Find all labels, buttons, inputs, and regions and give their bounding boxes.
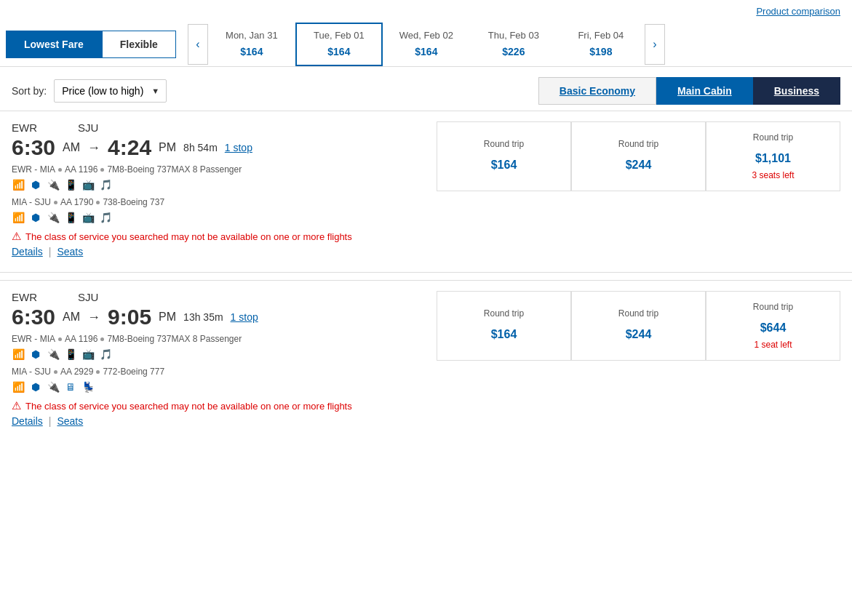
- flight-1-row: EWR SJU 6:30 AM → 4:24 PM 8h 54m 1 stop …: [12, 121, 840, 265]
- flight-2-business-label: Round trip: [753, 302, 793, 312]
- mobile-icon2: 📱: [64, 211, 77, 224]
- flight-2-warning: ⚠ The class of service you searched may …: [12, 399, 437, 412]
- flight-2-arrive-ampm: PM: [159, 311, 176, 324]
- date-feb02-price: $164: [415, 41, 437, 60]
- date-jan31[interactable]: Mon, Jan 31 $164: [208, 23, 295, 66]
- flight-1-from-code: EWR: [12, 121, 37, 134]
- date-feb02-label: Wed, Feb 02: [399, 30, 453, 41]
- music-icon: 🎵: [99, 178, 112, 191]
- tv-icon: 📺: [81, 178, 95, 191]
- flight-2-seg1-route: EWR - MIA: [12, 334, 55, 344]
- seat-icon: 💺: [81, 380, 95, 393]
- flight-2-airports: EWR SJU: [12, 291, 437, 303]
- flight-1-main-amount: $244: [626, 149, 652, 174]
- prev-date-button[interactable]: ‹: [188, 24, 208, 65]
- wifi-icon4: 📶: [12, 380, 25, 393]
- basic-economy-tab[interactable]: Basic Economy: [538, 77, 656, 105]
- music-icon3: 🎵: [99, 348, 112, 361]
- flight-2-prices: Round trip $164 Round trip $244 Round tr…: [437, 291, 840, 361]
- date-feb02[interactable]: Wed, Feb 02 $164: [383, 23, 470, 66]
- flight-2-arrow: →: [87, 310, 100, 325]
- flight-2-main-price[interactable]: Round trip $244: [571, 291, 706, 361]
- business-tab[interactable]: Business: [753, 77, 840, 105]
- date-navigation: ‹ Mon, Jan 31 $164 Tue, Feb 01 $164 Wed,…: [188, 23, 665, 66]
- flight-1-to-code: SJU: [78, 121, 98, 134]
- date-feb01[interactable]: Tue, Feb 01 $164: [295, 23, 383, 66]
- flight-1-seg1-flight: AA 1196: [65, 164, 97, 175]
- date-jan31-label: Mon, Jan 31: [226, 30, 278, 41]
- top-bar: Product comparison: [0, 0, 852, 23]
- date-feb01-label: Tue, Feb 01: [314, 30, 365, 41]
- flight-2-seats-left: 1 seat left: [754, 340, 792, 350]
- flexible-button[interactable]: Flexible: [102, 31, 176, 58]
- date-feb01-price: $164: [327, 41, 350, 60]
- flight-1-duration: 8h 54m: [183, 142, 218, 153]
- dot3: [54, 201, 57, 204]
- flight-1-basic-price[interactable]: Round trip $164: [437, 121, 571, 191]
- flight-1-basic-label: Round trip: [484, 139, 524, 149]
- flight-2-duration: 13h 35m: [183, 311, 223, 323]
- flight-1-stops[interactable]: 1 stop: [225, 142, 252, 153]
- flight-2-depart-time: 6:30: [12, 305, 55, 329]
- dot8: [96, 370, 100, 374]
- flight-2-seg1: EWR - MIA AA 1196 7M8-Boeing 737MAX 8 Pa…: [12, 334, 437, 344]
- flight-1-seg2: MIA - SJU AA 1790 738-Boeing 737: [12, 197, 437, 207]
- dot2: [100, 168, 104, 172]
- sort-select[interactable]: Price (low to high) Duration Departure t…: [54, 79, 167, 103]
- tv-icon2: 📺: [81, 211, 95, 224]
- next-date-button[interactable]: ›: [645, 24, 665, 65]
- usb-icon2: 🔌: [47, 211, 60, 224]
- flight-2-main-label: Round trip: [618, 308, 658, 319]
- flight-1-business-price[interactable]: Round trip $1,101 3 seats left: [706, 121, 840, 191]
- flight-2-from-code: EWR: [12, 291, 37, 303]
- fare-type-buttons: Lowest Fare Flexible: [6, 31, 176, 58]
- flight-2-warning-text: The class of service you searched may no…: [25, 401, 352, 412]
- flight-2-stops[interactable]: 1 stop: [231, 311, 258, 323]
- music-icon2: 🎵: [99, 211, 112, 224]
- flight-2-seg2-aircraft: 772-Boeing 777: [103, 367, 164, 377]
- flight-2-info: EWR SJU 6:30 AM → 9:05 PM 13h 35m 1 stop…: [12, 291, 437, 434]
- pipe1: |: [49, 246, 52, 257]
- flight-1-times: 6:30 AM → 4:24 PM 8h 54m 1 stop: [12, 135, 437, 160]
- date-feb03[interactable]: Thu, Feb 03 $226: [470, 23, 557, 66]
- screen-icon: 🖥: [64, 380, 77, 393]
- flight-1-details-button[interactable]: Details: [12, 246, 43, 257]
- flight-2-details-button[interactable]: Details: [12, 415, 43, 427]
- flight-2-basic-amount: $164: [491, 319, 517, 343]
- flight-2-seats-button[interactable]: Seats: [57, 415, 83, 427]
- product-comparison-link[interactable]: Product comparison: [756, 6, 840, 17]
- dot1: [58, 168, 62, 172]
- power-icon4: ⬢: [29, 380, 42, 393]
- wifi-icon: 📶: [12, 178, 25, 191]
- flight-1-seg1-aircraft: 7M8-Boeing 737MAX 8 Passenger: [107, 164, 242, 175]
- flight-2-basic-price[interactable]: Round trip $164: [437, 291, 571, 361]
- flight-1-business-amount: $1,101: [755, 143, 791, 167]
- dot6: [100, 337, 104, 341]
- flight-1-seg2-aircraft: 738-Boeing 737: [103, 197, 164, 207]
- flight-2-to-code: SJU: [78, 291, 98, 303]
- flight-2-arrive-time: 9:05: [108, 305, 151, 329]
- flight-1-seats-button[interactable]: Seats: [57, 246, 83, 257]
- flight-2-seg2-flight: AA 2929: [60, 367, 93, 377]
- date-feb03-price: $226: [502, 41, 525, 60]
- warning-icon2: ⚠: [12, 399, 21, 412]
- flight-2-seg1-amenities: 📶 ⬢ 🔌 📱 📺 🎵: [12, 348, 437, 361]
- flight-1-section: EWR SJU 6:30 AM → 4:24 PM 8h 54m 1 stop …: [0, 111, 852, 265]
- flight-1-main-price[interactable]: Round trip $244: [571, 121, 706, 191]
- main-cabin-tab[interactable]: Main Cabin: [656, 77, 753, 105]
- power-icon: ⬢: [29, 178, 42, 191]
- flight-2-section: EWR SJU 6:30 AM → 9:05 PM 13h 35m 1 stop…: [0, 280, 852, 434]
- date-feb04[interactable]: Fri, Feb 04 $198: [557, 23, 645, 66]
- date-feb03-label: Thu, Feb 03: [488, 30, 539, 41]
- flight-1-links: Details | Seats: [12, 246, 437, 257]
- flight-2-business-price[interactable]: Round trip $644 1 seat left: [706, 291, 840, 361]
- flight-2-seg2-route: MIA - SJU: [12, 367, 51, 377]
- cabin-tabs: Basic Economy Main Cabin Business: [538, 77, 840, 105]
- flight-2-seg2: MIA - SJU AA 2929 772-Boeing 777: [12, 367, 437, 377]
- usb-icon3: 🔌: [47, 348, 60, 361]
- flight-1-arrive-time: 4:24: [108, 135, 151, 160]
- flight-2-business-amount: $644: [760, 312, 787, 337]
- lowest-fare-button[interactable]: Lowest Fare: [6, 31, 102, 58]
- usb-icon: 🔌: [47, 178, 60, 191]
- flight-1-seg1: EWR - MIA AA 1196 7M8-Boeing 737MAX 8 Pa…: [12, 164, 437, 175]
